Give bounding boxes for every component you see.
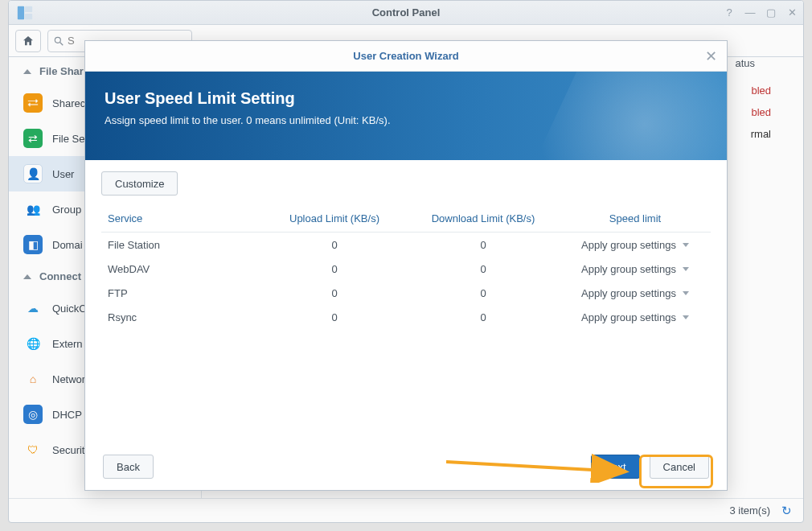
modal-titlebar: User Creation Wizard ✕: [85, 41, 727, 72]
cell-download: 0: [407, 239, 560, 251]
cell-service: FTP: [101, 287, 262, 299]
table-row: FTP00Apply group settings: [101, 281, 711, 305]
modal-body: Customize Service Upload Limit (KB/s) Do…: [85, 160, 727, 443]
cell-service: File Station: [101, 239, 262, 251]
speed-limit-dropdown[interactable]: Apply group settings: [560, 263, 711, 275]
table-row: WebDAV00Apply group settings: [101, 257, 711, 281]
table-row: Rsync00Apply group settings: [101, 305, 711, 329]
chevron-down-icon: [683, 315, 689, 319]
col-download[interactable]: Download Limit (KB/s): [407, 212, 560, 224]
modal-banner: User Speed Limit Setting Assign speed li…: [85, 72, 727, 160]
next-button[interactable]: Next: [591, 455, 640, 479]
customize-button[interactable]: Customize: [101, 171, 178, 196]
table-header: Service Upload Limit (KB/s) Download Lim…: [101, 205, 711, 233]
col-service[interactable]: Service: [101, 212, 262, 224]
cell-upload: 0: [262, 311, 407, 323]
cell-upload: 0: [262, 287, 407, 299]
speed-limit-dropdown[interactable]: Apply group settings: [560, 239, 711, 251]
back-button[interactable]: Back: [103, 455, 154, 479]
cell-service: Rsync: [101, 311, 262, 323]
cell-download: 0: [407, 311, 560, 323]
speed-limit-table: Service Upload Limit (KB/s) Download Lim…: [101, 205, 711, 329]
col-speed[interactable]: Speed limit: [560, 212, 711, 224]
chevron-down-icon: [683, 267, 689, 271]
speed-limit-dropdown[interactable]: Apply group settings: [560, 311, 711, 323]
table-row: File Station00Apply group settings: [101, 233, 711, 257]
speed-limit-dropdown[interactable]: Apply group settings: [560, 287, 711, 299]
modal-footer: Back Next Cancel: [85, 443, 727, 490]
col-upload[interactable]: Upload Limit (KB/s): [262, 212, 407, 224]
modal-title: User Creation Wizard: [353, 50, 458, 62]
cell-upload: 0: [262, 263, 407, 275]
close-icon[interactable]: ✕: [705, 47, 717, 65]
modal-heading: User Speed Limit Setting: [105, 89, 707, 108]
chevron-down-icon: [683, 291, 689, 295]
cell-service: WebDAV: [101, 263, 262, 275]
cell-download: 0: [407, 263, 560, 275]
chevron-down-icon: [683, 243, 689, 247]
cell-download: 0: [407, 287, 560, 299]
cancel-button[interactable]: Cancel: [650, 455, 709, 479]
modal-subheading: Assign speed limit to the user. 0 means …: [105, 114, 707, 126]
cell-upload: 0: [262, 239, 407, 251]
user-creation-wizard-modal: User Creation Wizard ✕ User Speed Limit …: [84, 40, 728, 491]
